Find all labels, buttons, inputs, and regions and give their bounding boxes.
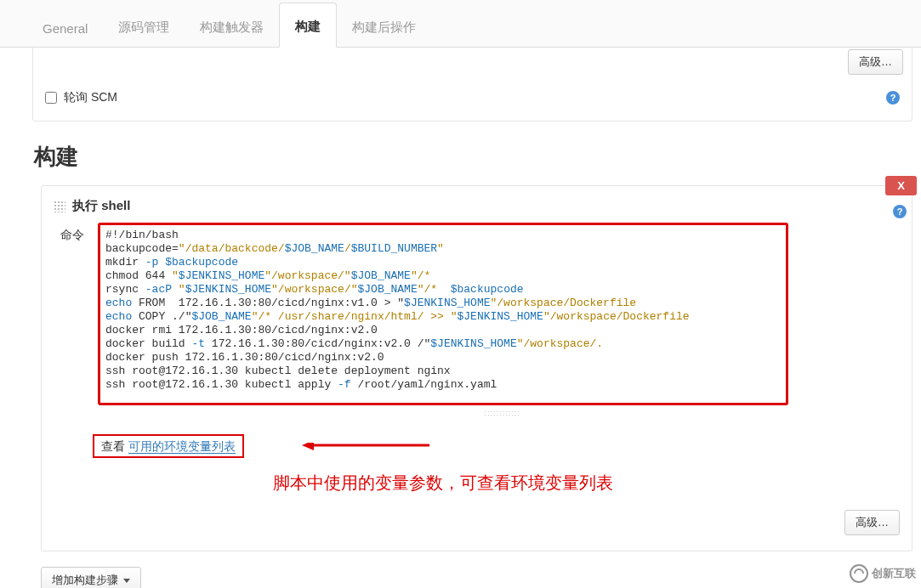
view-label: 查看 xyxy=(101,439,128,453)
annotation-note: 脚本中使用的变量参数，可查看环境变量列表 xyxy=(273,472,912,495)
annotation-arrow-icon xyxy=(302,443,429,456)
env-vars-hint-row: 查看 可用的环境变量列表 xyxy=(93,434,912,458)
shell-command-textarea[interactable]: #!/bin/bash backupcode="/data/backcode/$… xyxy=(98,223,788,405)
poll-scm-label: 轮询 SCM xyxy=(64,90,117,105)
help-icon[interactable]: ? xyxy=(886,91,900,105)
tab-postbuild[interactable]: 构建后操作 xyxy=(337,4,431,48)
watermark: 创新互联 xyxy=(850,564,916,583)
drag-handle-icon[interactable] xyxy=(54,201,65,212)
textarea-resize-grip[interactable]: :::::::::::: xyxy=(93,409,912,417)
add-build-step-button[interactable]: 增加构建步骤 xyxy=(41,567,141,588)
build-step-title: 执行 shell xyxy=(72,198,130,214)
triggers-advanced-button[interactable]: 高级… xyxy=(848,49,903,75)
build-step-advanced-button[interactable]: 高级… xyxy=(844,510,900,535)
command-label: 命令 xyxy=(60,223,89,243)
tab-build[interactable]: 构建 xyxy=(279,3,337,48)
chevron-down-icon xyxy=(123,579,130,583)
triggers-panel: 高级… 轮询 SCM ? xyxy=(32,48,912,122)
config-tabs: General 源码管理 构建触发器 构建 构建后操作 xyxy=(0,0,921,48)
tab-scm[interactable]: 源码管理 xyxy=(103,4,185,48)
tab-triggers[interactable]: 构建触发器 xyxy=(185,4,279,48)
section-title-build: 构建 xyxy=(34,142,912,172)
tab-general[interactable]: General xyxy=(27,6,103,48)
svg-marker-1 xyxy=(302,443,314,450)
env-vars-link[interactable]: 可用的环境变量列表 xyxy=(128,439,236,454)
poll-scm-checkbox[interactable] xyxy=(45,92,57,104)
build-step-panel: X ? 执行 shell 命令 #!/bin/bash backupcode="… xyxy=(41,185,912,551)
watermark-logo-icon xyxy=(850,564,868,583)
svg-point-2 xyxy=(850,565,867,582)
